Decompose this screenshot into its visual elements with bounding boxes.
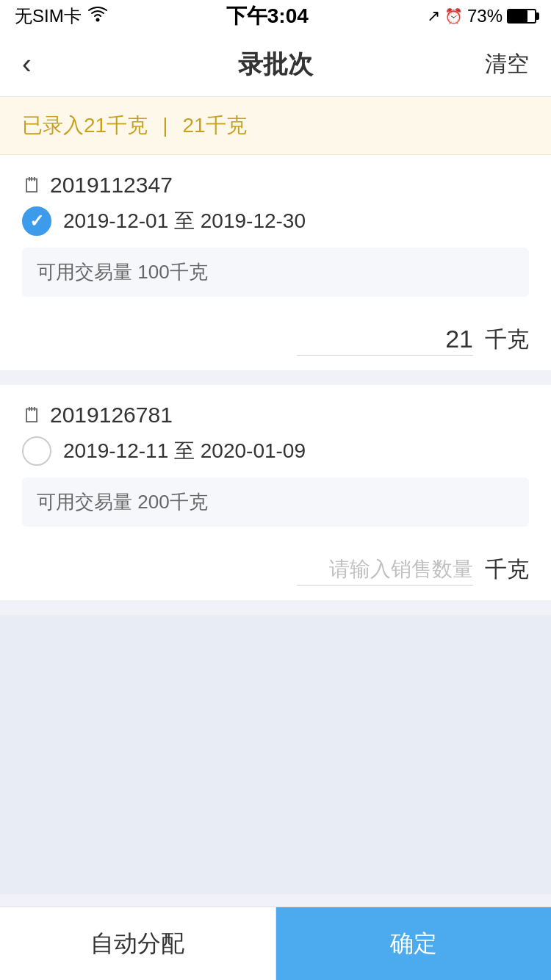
batch-1-header: 🗒 2019112347 bbox=[0, 155, 551, 206]
doc-icon-2: 🗒 bbox=[22, 403, 43, 428]
batch-item-2: 🗒 2019126781 2019-12-11 至 2020-01-09 可用交… bbox=[0, 385, 551, 600]
bottom-area bbox=[0, 615, 551, 894]
batch-2-radio[interactable] bbox=[22, 436, 51, 466]
page-title: 录批次 bbox=[238, 48, 313, 82]
batch-2-date: 2019-12-11 至 2020-01-09 bbox=[63, 437, 306, 465]
wifi-icon bbox=[87, 6, 108, 26]
status-bar: 无SIM卡 下午3:04 ↗ ⏰ 73% bbox=[0, 0, 551, 32]
status-left: 无SIM卡 bbox=[15, 4, 108, 28]
recorded-amount: 已录入21千克 bbox=[22, 112, 148, 140]
doc-icon-1: 🗒 bbox=[22, 173, 43, 198]
confirm-button[interactable]: 确定 bbox=[276, 907, 552, 980]
batch-1-radio[interactable] bbox=[22, 206, 51, 236]
section-separator-2 bbox=[0, 600, 551, 615]
section-separator-1 bbox=[0, 370, 551, 385]
battery-percent: 73% bbox=[467, 6, 503, 26]
batch-2-quantity-placeholder: 请输入销售数量 bbox=[329, 555, 473, 583]
network-label: 无SIM卡 bbox=[15, 4, 82, 28]
back-button[interactable]: ‹ bbox=[22, 48, 66, 80]
footer: 自动分配 确定 bbox=[0, 907, 551, 980]
auto-distribute-button[interactable]: 自动分配 bbox=[0, 907, 276, 980]
batch-item-1: 🗒 2019112347 2019-12-01 至 2019-12-30 可用交… bbox=[0, 155, 551, 370]
alarm-icon: ⏰ bbox=[444, 7, 463, 25]
batch-2-date-row: 2019-12-11 至 2020-01-09 bbox=[0, 436, 551, 478]
batch-2-header: 🗒 2019126781 bbox=[0, 385, 551, 436]
status-right: ↗ ⏰ 73% bbox=[427, 6, 536, 26]
batch-2-unit: 千克 bbox=[485, 555, 529, 585]
batch-1-date-row: 2019-12-01 至 2019-12-30 bbox=[0, 206, 551, 248]
batch-2-id: 2019126781 bbox=[50, 403, 173, 428]
svg-point-0 bbox=[96, 18, 99, 22]
summary-banner: 已录入21千克 | 21千克 bbox=[0, 97, 551, 155]
batch-2-available: 可用交易量 200千克 bbox=[22, 478, 529, 527]
batch-1-unit: 千克 bbox=[485, 325, 529, 355]
total-amount: 21千克 bbox=[182, 112, 246, 140]
batch-1-date: 2019-12-01 至 2019-12-30 bbox=[63, 207, 306, 235]
batch-1-id: 2019112347 bbox=[50, 173, 173, 198]
nav-bar: ‹ 录批次 清空 bbox=[0, 32, 551, 97]
batch-1-available: 可用交易量 100千克 bbox=[22, 248, 529, 297]
battery-icon bbox=[507, 9, 536, 24]
batch-1-quantity-row: 21 千克 bbox=[0, 311, 551, 370]
status-time: 下午3:04 bbox=[226, 2, 309, 30]
batch-1-quantity-value[interactable]: 21 bbox=[429, 325, 473, 353]
batch-2-quantity-row: 请输入销售数量 千克 bbox=[0, 541, 551, 600]
batch-2-input-line[interactable]: 请输入销售数量 bbox=[297, 553, 473, 586]
summary-divider: | bbox=[162, 114, 168, 137]
location-icon: ↗ bbox=[427, 7, 440, 26]
batch-1-input-line: 21 bbox=[297, 323, 473, 356]
clear-button[interactable]: 清空 bbox=[485, 49, 529, 79]
